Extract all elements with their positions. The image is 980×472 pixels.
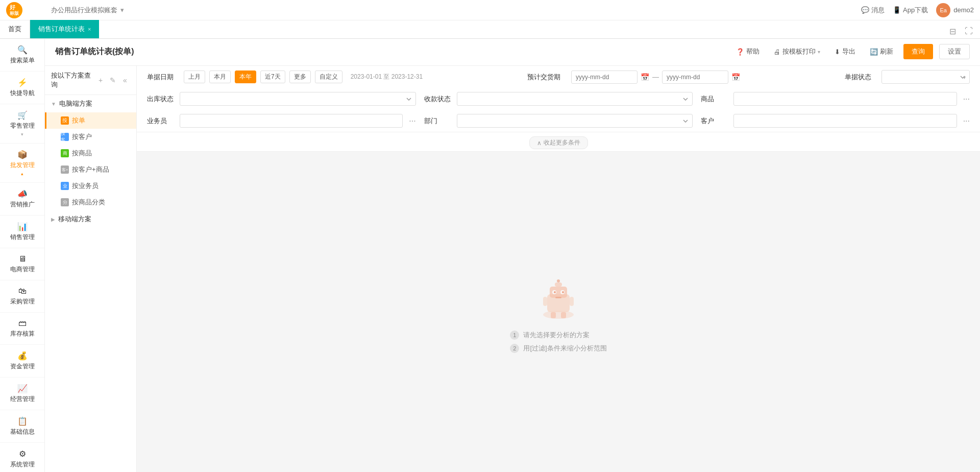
sidebar-item-sys-mgmt[interactable]: ⚙ 系统管理 xyxy=(0,443,44,472)
sidebar-item-finance[interactable]: 💰 资金管理 xyxy=(0,345,44,377)
operation-label: 经营管理 xyxy=(10,395,35,404)
predict-date-from[interactable] xyxy=(571,70,638,84)
by-order-icon: 按 xyxy=(61,116,69,125)
add-scheme-btn[interactable]: + xyxy=(95,75,106,85)
predict-date-label: 预计交货期 xyxy=(527,73,563,82)
payment-select[interactable] xyxy=(457,92,693,106)
sys-mgmt-icon: ⚙ xyxy=(19,449,26,459)
scheme-item-by-goods[interactable]: 商 按商品 xyxy=(45,145,136,161)
logo-icon: 好标版 xyxy=(6,2,22,18)
sidebar-item-search-menu[interactable]: 🔍 搜索菜单 xyxy=(0,39,44,72)
date-btn-this-month[interactable]: 本月 xyxy=(209,70,231,83)
user-abbr: Ea xyxy=(940,7,947,13)
collapse-panel-btn[interactable]: « xyxy=(120,75,130,85)
help-btn[interactable]: ❓ 帮助 xyxy=(732,45,764,58)
tab-minimize-btn[interactable]: ⊟ xyxy=(945,24,960,38)
query-btn[interactable]: 查询 xyxy=(903,44,933,59)
svg-point-5 xyxy=(554,291,556,293)
date-btn-7days[interactable]: 近7天 xyxy=(260,70,285,83)
scheme-group-mobile-title[interactable]: ▶ 移动端方案 xyxy=(45,210,136,228)
scheme-item-by-salesperson[interactable]: 业 按业务员 xyxy=(45,178,136,194)
delivery-select[interactable] xyxy=(180,92,416,106)
sidebar-item-quick-nav[interactable]: ⚡ 快捷导航 xyxy=(0,72,44,104)
svg-rect-9 xyxy=(570,297,574,306)
customer-ellipsis[interactable]: ··· xyxy=(963,116,970,126)
inventory-label: 库存核算 xyxy=(10,329,35,338)
goods-ellipsis[interactable]: ··· xyxy=(963,95,970,104)
sidebar-item-basic-info[interactable]: 📋 基础信息 xyxy=(0,410,44,443)
scheme-item-by-category[interactable]: 分 按商品分类 xyxy=(45,194,136,210)
sidebar-item-retail[interactable]: 🛒 零售管理 ▾ xyxy=(0,104,44,144)
scheme-group-desktop-title[interactable]: ▼ 电脑端方案 xyxy=(45,95,136,112)
settings-btn[interactable]: 设置 xyxy=(939,44,970,59)
sidebar-item-wholesale[interactable]: 📦 批发管理 ▴ xyxy=(0,144,44,183)
sidebar-item-marketing[interactable]: 📣 营销推广 xyxy=(0,183,44,216)
date-btn-more[interactable]: 更多 xyxy=(289,70,311,83)
message-btn[interactable]: 💬 消息 xyxy=(861,6,885,15)
marketing-label: 营销推广 xyxy=(10,200,35,209)
sidebar-item-purchase[interactable]: 🛍 采购管理 xyxy=(0,280,44,313)
sys-mgmt-label: 系统管理 xyxy=(10,460,35,469)
by-customer-icon: 按客 xyxy=(61,133,69,141)
status-select[interactable] xyxy=(881,70,970,84)
scheme-item-by-order[interactable]: 按 按单 xyxy=(45,112,136,129)
goods-input[interactable] xyxy=(733,92,957,106)
tab-fullscreen-btn[interactable]: ⛶ xyxy=(962,24,976,38)
tip-text-2: 用[过滤]条件来缩小分析范围 xyxy=(523,344,606,353)
by-order-label: 按单 xyxy=(72,116,85,125)
tab-bar-actions: ⊟ ⛶ xyxy=(945,24,980,38)
main-content: 1 请先选择要分析的方案 2 用[过滤]条件来缩小分析范围 xyxy=(137,152,980,472)
active-tab-label: 销售订单统计表 xyxy=(38,25,85,34)
export-icon: ⬇ xyxy=(835,48,840,56)
status-select-wrap: ▾ xyxy=(881,70,970,84)
delivery-select-wrap xyxy=(180,92,416,106)
collapse-btn[interactable]: ∧ 收起更多条件 xyxy=(529,136,588,149)
print-arrow-icon: ▾ xyxy=(818,49,820,55)
quick-nav-icon: ⚡ xyxy=(17,78,28,87)
salesperson-input[interactable] xyxy=(180,114,403,128)
by-salesperson-icon: 业 xyxy=(61,182,69,190)
message-icon: 💬 xyxy=(861,6,869,14)
sales-label: 销售管理 xyxy=(10,233,35,242)
dropdown-icon[interactable]: ▾ xyxy=(120,6,124,14)
tab-home[interactable]: 首页 xyxy=(0,20,30,38)
sidebar-item-operation[interactable]: 📈 经营管理 xyxy=(0,377,44,410)
tab-close-btn[interactable]: × xyxy=(88,26,91,32)
edit-scheme-btn[interactable]: ✎ xyxy=(108,75,118,85)
calendar-from-icon[interactable]: 📅 xyxy=(641,73,649,81)
customer-input[interactable] xyxy=(733,114,957,128)
dept-select[interactable] xyxy=(457,114,693,128)
date-btn-last-month[interactable]: 上月 xyxy=(184,70,205,83)
by-salesperson-label: 按业务员 xyxy=(72,181,99,191)
scheme-item-by-cust-goods[interactable]: 客+ 按客户+商品 xyxy=(45,161,136,178)
logo-area: 好标版 xyxy=(6,2,47,18)
date-btn-custom[interactable]: 自定义 xyxy=(315,70,342,83)
predict-date-to[interactable] xyxy=(662,70,728,84)
sidebar-item-inventory[interactable]: 🗃 库存核算 xyxy=(0,313,44,345)
date-btn-this-year[interactable]: 本年 xyxy=(235,70,256,83)
print-btn[interactable]: 🖨 按模板打印 ▾ xyxy=(770,45,824,58)
scheme-group-desktop: ▼ 电脑端方案 按 按单 按客 按客户 商 按商品 xyxy=(45,95,136,210)
ecommerce-icon: 🖥 xyxy=(18,254,27,264)
sidebar-item-ecommerce[interactable]: 🖥 电商管理 xyxy=(0,248,44,280)
tab-home-label: 首页 xyxy=(8,25,21,34)
refresh-btn[interactable]: 🔄 刷新 xyxy=(866,45,897,58)
by-category-icon: 分 xyxy=(61,198,69,206)
filter-customer-item: 客户 ··· xyxy=(701,114,970,128)
download-icon: 📱 xyxy=(893,6,901,14)
collapse-up-icon: ∧ xyxy=(537,139,542,147)
filter-dept-item: 部门 xyxy=(424,114,693,128)
app-download-label: App下载 xyxy=(903,6,928,15)
salesperson-ellipsis[interactable]: ··· xyxy=(409,116,415,126)
sidebar-item-sales[interactable]: 📊 销售管理 xyxy=(0,216,44,248)
calendar-to-icon[interactable]: 📅 xyxy=(731,73,740,81)
export-btn[interactable]: ⬇ 导出 xyxy=(830,45,860,58)
app-download-btn[interactable]: 📱 App下载 xyxy=(893,6,928,15)
scheme-item-by-customer[interactable]: 按客 按客户 xyxy=(45,129,136,145)
user-area[interactable]: Ea demo2 xyxy=(936,3,974,17)
tab-active[interactable]: 销售订单统计表 × xyxy=(30,20,99,38)
page-title: 销售订单统计表(按单) xyxy=(55,46,134,57)
predict-date-group: 📅 — 📅 xyxy=(571,70,740,84)
fullscreen-icon: ⛶ xyxy=(965,27,973,36)
payment-label: 收款状态 xyxy=(424,95,453,104)
